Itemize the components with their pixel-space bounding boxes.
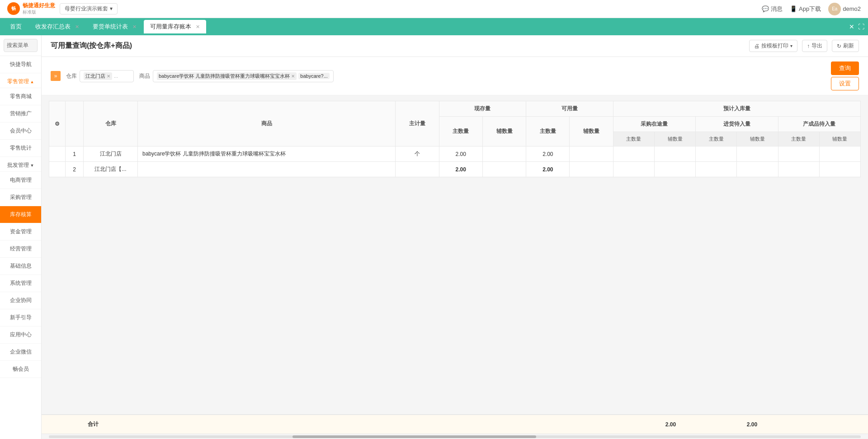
col-header-stock-group: 现存量 <box>439 101 526 117</box>
row1-product: babycare学饮杯 儿童防摔防撞吸管杯重力球吸嘴杯宝宝水杯 <box>138 146 396 162</box>
col-header-warehouse: 仓库 <box>84 101 138 146</box>
filter-expand-btn[interactable]: » <box>51 71 61 81</box>
app-download-btn[interactable]: 📱 App下载 <box>790 5 821 13</box>
col-header-unit: 主计量 <box>396 101 439 146</box>
logo-text: 畅捷通好生意 <box>23 2 55 9</box>
sidebar-search-btn[interactable]: 搜索菜单 <box>4 39 38 52</box>
row2-production-main <box>778 162 819 177</box>
industry-selector[interactable]: 母婴行业演示账套 ▾ <box>60 3 118 14</box>
industry-dropdown-icon: ▾ <box>110 5 113 12</box>
filter-product-value1: babycare学饮杯 儿童防摔防撞吸管杯重力球吸嘴杯宝宝水杯 <box>159 73 290 80</box>
message-label: 消息 <box>771 5 783 13</box>
refresh-icon: ↻ <box>837 43 841 49</box>
tab-fullscreen-btn[interactable]: ⛶ <box>858 23 864 30</box>
sidebar-item-jingying[interactable]: 经营管理 <box>0 241 41 258</box>
filter-product-input[interactable]: babycare学饮杯 儿童防摔防撞吸管杯重力球吸嘴杯宝宝水杯 ✕ babyca… <box>153 70 334 82</box>
sidebar: 搜索菜单 快捷导航 零售管理 ▲ 零售商城 营销推广 会员中心 零售统计 批发管… <box>0 35 42 439</box>
row1-production-main <box>778 146 819 162</box>
col-header-settings[interactable]: ⚙ <box>49 101 66 146</box>
col-header-inbound-group: 进货待入量 <box>696 117 778 132</box>
top-bar-right: 💬 消息 📱 App下载 Ea demo2 <box>762 3 861 15</box>
sidebar-item-huiyuan[interactable]: 会员中心 <box>0 123 41 140</box>
col-header-purchase-main: 主数量 <box>613 132 654 146</box>
sidebar-item-lingshoutongji[interactable]: 零售统计 <box>0 140 41 157</box>
query-btn[interactable]: 查询 <box>831 61 859 75</box>
summary-stock-main: 2.00 <box>651 419 691 430</box>
row1-avail-aux <box>570 146 613 162</box>
message-icon: 💬 <box>762 5 769 12</box>
refresh-btn[interactable]: ↻ 刷新 <box>832 40 859 52</box>
sidebar-item-zijinguanli[interactable]: 资金管理 <box>0 223 41 241</box>
export-label: 导出 <box>811 42 822 50</box>
sidebar-item-caigougaunli[interactable]: 采购管理 <box>0 189 41 206</box>
sidebar-item-yingxiao[interactable]: 营销推广 <box>0 105 41 123</box>
filter-product-value2: babycare?... <box>300 73 328 79</box>
row2-stock-aux <box>482 162 526 177</box>
tab-keyongliang[interactable]: 可用量库存账本 ✕ <box>144 20 206 33</box>
col-header-avail-aux: 辅数量 <box>570 117 613 146</box>
filter-warehouse-input[interactable]: 江北门店 ✕ ... <box>80 70 134 82</box>
row2-no: 2 <box>66 162 84 177</box>
user-area[interactable]: Ea demo2 <box>828 3 861 15</box>
sidebar-item-xinshou[interactable]: 新手引导 <box>0 309 41 326</box>
app-icon: 📱 <box>790 5 797 12</box>
row2-settings <box>49 162 66 177</box>
tab-keyongliang-close[interactable]: ✕ <box>196 24 200 30</box>
sidebar-item-xitong[interactable]: 系统管理 <box>0 275 41 292</box>
industry-label: 母婴行业演示账套 <box>65 5 108 13</box>
tab-shoufacun[interactable]: 收发存汇总表 ✕ <box>29 20 85 33</box>
row2-purchase-main <box>613 162 654 177</box>
scroll-indicator <box>42 434 868 439</box>
tab-yaohuo-close[interactable]: ✕ <box>132 24 137 30</box>
printer-icon: 🖨 <box>754 43 760 49</box>
row1-production-aux <box>819 146 860 162</box>
export-icon: ↑ <box>807 43 810 49</box>
sidebar-item-dianshanggaunli[interactable]: 电商管理 <box>0 172 41 189</box>
message-btn[interactable]: 💬 消息 <box>762 5 783 13</box>
filter-product-remove1[interactable]: ✕ <box>291 74 295 79</box>
sidebar-item-quick-nav[interactable]: 快捷导航 <box>0 56 41 73</box>
tab-home[interactable]: 首页 <box>4 20 28 33</box>
filter-warehouse-tag: 江北门店 ✕ <box>84 72 112 80</box>
user-name: demo2 <box>843 5 861 12</box>
sidebar-item-changhui[interactable]: 畅会员 <box>0 361 41 378</box>
row2-production-aux <box>819 162 860 177</box>
row1-unit: 个 <box>396 146 439 162</box>
filter-product-label: 商品 <box>139 72 150 80</box>
sidebar-item-jichu[interactable]: 基础信息 <box>0 258 41 275</box>
filter-more-icon[interactable]: ... <box>114 73 118 79</box>
sidebar-search-area: 搜索菜单 <box>0 35 41 56</box>
tab-close-all-btn[interactable]: ✕ <box>849 23 854 30</box>
table-row: 2 江北门店【... 2.00 2.00 <box>49 162 861 177</box>
sidebar-item-label: 零售管理 <box>7 78 29 85</box>
scroll-track[interactable] <box>49 435 861 438</box>
col-header-stock-main: 主数量 <box>439 117 482 146</box>
page-title: 可用量查询(按仓库+商品) <box>51 41 132 51</box>
filter-area: » 仓库 江北门店 ✕ ... 商品 babycare学饮杯 儿童防摔防撞吸管杯… <box>42 57 868 95</box>
sidebar-item-kucunhecun[interactable]: 库存核算 <box>0 206 41 223</box>
sidebar-item-qiyeweixin[interactable]: 企业微信 <box>0 344 41 361</box>
settings-icon: ⚙ <box>55 121 60 127</box>
logo-area: 畅 畅捷通好生意 标准版 <box>7 2 55 15</box>
tab-shoufacun-close[interactable]: ✕ <box>75 24 79 30</box>
col-header-production-aux: 辅数量 <box>819 132 860 146</box>
tab-yaohuo-label: 要货单统计表 <box>93 23 128 31</box>
main-layout: 搜索菜单 快捷导航 零售管理 ▲ 零售商城 营销推广 会员中心 零售统计 批发管… <box>0 35 868 439</box>
set-btn[interactable]: 设置 <box>831 77 859 90</box>
filter-warehouse-remove[interactable]: ✕ <box>107 74 110 79</box>
sidebar-item-pifaguanli[interactable]: 批发管理 ▼ <box>0 157 41 172</box>
sidebar-item-qiye[interactable]: 企业协同 <box>0 292 41 309</box>
filter-product-group: 商品 babycare学饮杯 儿童防摔防撞吸管杯重力球吸嘴杯宝宝水杯 ✕ bab… <box>139 70 334 82</box>
summary-avail-main: 2.00 <box>732 419 773 430</box>
template-print-btn[interactable]: 🖨 按模板打印 ▾ <box>749 40 797 52</box>
sidebar-item-yingyong[interactable]: 应用中心 <box>0 326 41 344</box>
row1-inbound-main <box>696 146 737 162</box>
row1-stock-aux <box>482 146 526 162</box>
tab-yaohuo[interactable]: 要货单统计表 ✕ <box>86 20 143 33</box>
export-btn[interactable]: ↑ 导出 <box>802 40 827 52</box>
tab-keyongliang-label: 可用量库存账本 <box>150 23 191 31</box>
data-table: ⚙ 仓库 商品 主计量 现存量 可用量 预计入库量 主数量 辅数量 主数量 <box>49 101 861 177</box>
col-header-no <box>66 101 84 146</box>
sidebar-item-lingshougcheng[interactable]: 零售商城 <box>0 88 41 105</box>
sidebar-item-lingshougguanli[interactable]: 零售管理 ▲ <box>0 73 41 88</box>
